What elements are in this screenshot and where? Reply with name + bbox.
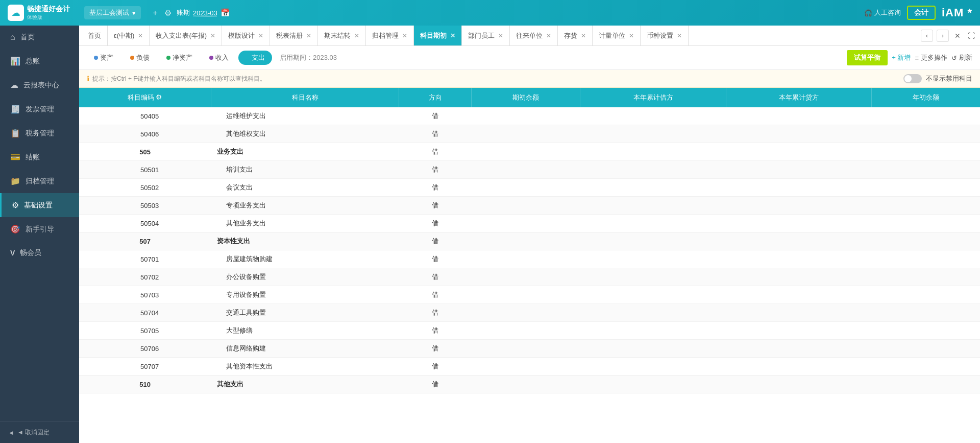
sub-tab-net-assets[interactable]: 净资产 — [159, 51, 200, 65]
settings-icon[interactable]: ⚙ — [164, 8, 172, 18]
tab-close-icon[interactable]: ✕ — [629, 32, 634, 39]
tab-close-all-button[interactable]: ✕ — [951, 30, 964, 42]
add-button[interactable]: + 新增 — [892, 53, 911, 62]
table-row[interactable]: 510 其他支出 借 — [79, 376, 980, 393]
tab-expand-button[interactable]: ⛶ — [965, 30, 977, 42]
tab-close-icon[interactable]: ✕ — [306, 32, 311, 39]
calendar-icon[interactable]: 📅 — [220, 8, 230, 17]
tab-close-icon[interactable]: ✕ — [258, 32, 263, 39]
tab-currency[interactable]: 币种设置 ✕ — [641, 26, 689, 46]
customer-service-button[interactable]: 🎧 人工咨询 — [864, 8, 901, 17]
tab-tax-list[interactable]: 税表清册 ✕ — [270, 26, 318, 46]
sidebar-item-tax[interactable]: 📋 税务管理 — [0, 121, 79, 145]
tab-label: 收入支出表(年报) — [156, 31, 207, 40]
trial-balance-button[interactable]: 试算平衡 — [847, 50, 888, 65]
tab-close-icon[interactable]: ✕ — [354, 32, 359, 39]
table-row[interactable]: 50504 其他业务支出 借 — [79, 215, 980, 232]
table-row[interactable]: 50703 专用设备购置 借 — [79, 286, 980, 304]
table-row[interactable]: 50705 大型修缮 借 — [79, 322, 980, 340]
tab-inventory[interactable]: 存货 ✕ — [558, 26, 593, 46]
tab-prev-button[interactable]: ‹ — [921, 30, 933, 42]
sidebar-item-home[interactable]: ⌂ 首页 — [0, 26, 79, 49]
cell-name: 专用设备购置 — [211, 286, 399, 304]
sub-tab-label: 负债 — [136, 53, 150, 62]
cell-code: 50706 — [79, 340, 211, 358]
tab-template[interactable]: 模版设计 ✕ — [222, 26, 270, 46]
headset-icon: 🎧 — [864, 9, 872, 17]
sidebar-collapse-button[interactable]: ◄ ◄ 取消固定 — [0, 422, 79, 443]
table-row[interactable]: 505 业务支出 借 — [79, 143, 980, 161]
logo-text-area: 畅捷通好会计 体验版 — [27, 5, 70, 21]
sub-tab-assets[interactable]: 资产 — [87, 51, 120, 65]
tab-label: 归档管理 — [372, 31, 399, 40]
table-row[interactable]: 50502 会议支出 借 — [79, 179, 980, 197]
sidebar-item-invoice[interactable]: 🧾 发票管理 — [0, 97, 79, 121]
tab-contacts[interactable]: 往来单位 ✕ — [510, 26, 558, 46]
table-row[interactable]: 50706 信息网络购建 借 — [79, 340, 980, 358]
cell-year-balance — [872, 286, 980, 304]
tab-close-icon[interactable]: ✕ — [210, 32, 215, 39]
col-settings-icon[interactable]: ⚙ — [156, 93, 162, 101]
tab-income-year[interactable]: 收入支出表(年报) ✕ — [150, 26, 222, 46]
table-row[interactable]: 50501 培训支出 借 — [79, 161, 980, 179]
tab-archive-mgmt[interactable]: 归档管理 ✕ — [366, 26, 414, 46]
cell-code: 50503 — [79, 197, 211, 215]
tab-period-end[interactable]: 期末结转 ✕ — [318, 26, 366, 46]
header-right: 🎧 人工咨询 会计 iAM * — [864, 6, 972, 20]
period-area: 账期 2023-03 📅 — [177, 8, 230, 17]
table-row[interactable]: 50503 专项业务支出 借 — [79, 197, 980, 215]
cell-name: 信息网络购建 — [211, 340, 399, 358]
sub-tab-expenditure[interactable]: 支出 — [238, 51, 272, 65]
tab-next-button[interactable]: › — [937, 30, 949, 42]
table-row[interactable]: 50405 运维维护支出 借 — [79, 107, 980, 125]
col-code: 科目编码 ⚙ — [79, 88, 211, 107]
cell-year-balance — [872, 322, 980, 340]
sidebar-item-ledger[interactable]: 📊 总账 — [0, 49, 79, 73]
sub-tab-label: 支出 — [252, 53, 265, 62]
more-actions-button[interactable]: ≡ 更多操作 — [915, 53, 947, 62]
add-tab-button[interactable]: ＋ — [151, 8, 159, 18]
warning-icon: ℹ — [87, 75, 89, 83]
disable-toggle[interactable] — [903, 74, 922, 83]
account-button[interactable]: 会计 — [907, 6, 936, 20]
table-row[interactable]: 50701 房屋建筑物购建 借 — [79, 250, 980, 268]
refresh-button[interactable]: ↺ 刷新 — [951, 53, 972, 62]
sidebar-item-settings[interactable]: ⚙ 基础设置 — [0, 193, 79, 217]
sub-tab-liabilities[interactable]: 负债 — [123, 51, 157, 65]
sidebar-item-guide[interactable]: 🎯 新手引导 — [0, 217, 79, 241]
tab-subject-init[interactable]: 科目期初 ✕ — [414, 26, 462, 46]
cell-code: 50701 — [79, 250, 211, 268]
table-row[interactable]: 50702 办公设备购置 借 — [79, 268, 980, 286]
tab-close-icon[interactable]: ✕ — [677, 32, 682, 39]
sidebar-item-checkout[interactable]: 💳 结账 — [0, 145, 79, 169]
assets-dot — [94, 56, 98, 60]
table-row[interactable]: 50406 其他维权支出 借 — [79, 125, 980, 143]
tab-close-icon[interactable]: ✕ — [138, 32, 143, 39]
sidebar-item-archive[interactable]: 📁 归档管理 — [0, 169, 79, 193]
tab-close-icon[interactable]: ✕ — [581, 32, 586, 39]
table-row[interactable]: 50707 其他资本性支出 借 — [79, 358, 980, 376]
tab-close-icon[interactable]: ✕ — [450, 32, 455, 39]
logo-title: 畅捷通好会计 — [27, 5, 70, 14]
tab-dept-staff[interactable]: 部门员工 ✕ — [462, 26, 510, 46]
tab-close-icon[interactable]: ✕ — [498, 32, 503, 39]
tab-midterm[interactable]: ε(中期) ✕ — [108, 26, 150, 46]
cell-balance — [471, 179, 580, 197]
sidebar-item-label: 总账 — [26, 57, 40, 66]
company-selector[interactable]: 基层工会测试 ▾ — [84, 6, 141, 19]
sub-tab-income[interactable]: 收入 — [202, 51, 236, 65]
tab-unit[interactable]: 计量单位 ✕ — [593, 26, 641, 46]
table-row[interactable]: 50704 交通工具购置 借 — [79, 304, 980, 322]
tab-close-icon[interactable]: ✕ — [402, 32, 407, 39]
cell-debit — [580, 358, 726, 376]
ledger-icon: 📊 — [10, 56, 20, 66]
sidebar-item-member[interactable]: V 畅会员 — [0, 241, 79, 265]
tab-home[interactable]: 首页 — [82, 26, 108, 46]
period-value[interactable]: 2023-03 — [193, 9, 217, 17]
sidebar-item-reports[interactable]: ☁ 云报表中心 — [0, 73, 79, 97]
cell-direction: 借 — [399, 250, 471, 268]
cell-debit — [580, 179, 726, 197]
cell-name: 运维维护支出 — [211, 107, 399, 125]
tab-close-icon[interactable]: ✕ — [546, 32, 551, 39]
table-row[interactable]: 507 资本性支出 借 — [79, 232, 980, 250]
